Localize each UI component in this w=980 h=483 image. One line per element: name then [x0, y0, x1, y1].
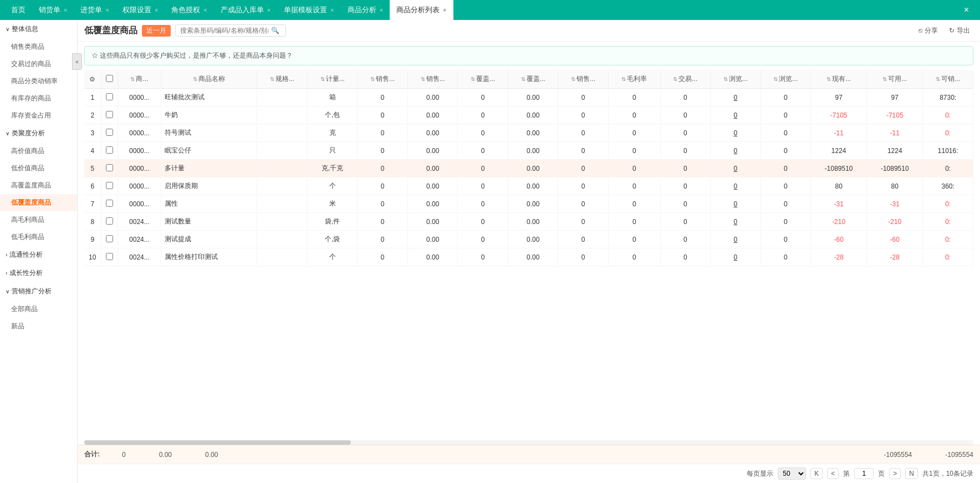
- row-checkbox-cell[interactable]: [101, 106, 118, 124]
- close-icon[interactable]: ×: [155, 7, 158, 13]
- sidebar-item-capital[interactable]: 库存资金占用: [0, 107, 77, 124]
- nav-sales-order[interactable]: 销货单 ×: [32, 0, 74, 20]
- nav-purchase-order[interactable]: 进货单 ×: [74, 0, 115, 20]
- nav-product-analysis-list[interactable]: 商品分析列表 ×: [390, 0, 453, 20]
- browse-link[interactable]: 0: [733, 129, 737, 137]
- sidebar-item-high-margin[interactable]: 高毛利商品: [0, 211, 77, 228]
- row-checkbox-cell[interactable]: [101, 248, 118, 266]
- col-sales-amt[interactable]: ⇅销售...: [407, 70, 458, 89]
- col-browse1[interactable]: ⇅浏览...: [711, 70, 761, 89]
- close-icon[interactable]: ×: [330, 7, 334, 13]
- row-checkbox[interactable]: [106, 217, 113, 225]
- col-browse2[interactable]: ⇅浏览...: [760, 70, 811, 89]
- col-saleable[interactable]: ⇅可销...: [923, 70, 973, 89]
- sidebar-section-liquidity[interactable]: › 流通性分析: [0, 246, 77, 264]
- sidebar-section-overview[interactable]: ∨ 整体信息: [0, 20, 77, 38]
- row-checkbox[interactable]: [106, 93, 113, 100]
- page-size-select[interactable]: 50 100 200: [778, 467, 806, 480]
- row-checkbox[interactable]: [106, 129, 113, 136]
- browse-link[interactable]: 0: [733, 147, 737, 155]
- first-page-button[interactable]: K: [810, 468, 823, 479]
- prev-page-button[interactable]: <: [827, 468, 839, 479]
- col-name[interactable]: ⇅商品名称: [161, 70, 257, 89]
- period-button[interactable]: 近一月: [142, 25, 171, 37]
- last-page-button[interactable]: N: [905, 468, 918, 479]
- col-coverage-qty[interactable]: ⇅覆盖...: [458, 70, 508, 89]
- close-icon[interactable]: ×: [443, 7, 446, 13]
- col-margin[interactable]: ⇅毛利率: [608, 70, 660, 89]
- row-checkbox-cell[interactable]: [101, 89, 118, 106]
- row-checkbox-cell[interactable]: [101, 231, 118, 248]
- close-icon[interactable]: ×: [267, 7, 270, 13]
- nav-product-warehouse[interactable]: 产成品入库单 ×: [214, 0, 277, 20]
- sidebar-item-stock-products[interactable]: 有库存的商品: [0, 90, 77, 107]
- row-checkbox-cell[interactable]: [101, 195, 118, 213]
- sidebar-item-high-coverage[interactable]: 高覆盖度商品: [0, 177, 77, 194]
- col-available[interactable]: ⇅可用...: [867, 70, 923, 89]
- col-unit[interactable]: ⇅计量...: [307, 70, 358, 89]
- nav-product-analysis[interactable]: 商品分析 ×: [341, 0, 390, 20]
- nav-permission[interactable]: 权限设置 ×: [116, 0, 165, 20]
- sidebar-item-low-coverage[interactable]: 低覆盖度商品: [0, 194, 77, 211]
- col-current[interactable]: ⇅现有...: [811, 70, 867, 89]
- col-code[interactable]: ⇅商...: [118, 70, 161, 89]
- row-checkbox[interactable]: [106, 111, 113, 118]
- col-checkbox[interactable]: [101, 70, 118, 89]
- row-checkbox[interactable]: [106, 200, 113, 207]
- close-icon[interactable]: ×: [203, 7, 207, 13]
- browse-link[interactable]: 0: [733, 218, 737, 226]
- sidebar-section-marketing[interactable]: ∨ 营销推广分析: [0, 282, 77, 301]
- col-spec[interactable]: ⇅规格...: [257, 70, 308, 89]
- row-coverage-qty: 0: [458, 160, 508, 177]
- sidebar-item-new-products[interactable]: 新品: [0, 318, 77, 335]
- page-number-input[interactable]: [854, 468, 874, 479]
- browse-link[interactable]: 0: [733, 111, 737, 119]
- row-checkbox-cell[interactable]: [101, 160, 118, 177]
- nav-home[interactable]: 首页: [4, 0, 32, 20]
- browse-link[interactable]: 0: [733, 165, 737, 172]
- sidebar-item-sales-products[interactable]: 销售类商品: [0, 38, 77, 55]
- col-sales-num[interactable]: ⇅销售...: [558, 70, 609, 89]
- row-checkbox[interactable]: [106, 235, 113, 242]
- browse-link[interactable]: 0: [733, 253, 737, 261]
- row-checkbox-cell[interactable]: [101, 177, 118, 195]
- row-checkbox[interactable]: [106, 182, 113, 189]
- sidebar-collapse-button[interactable]: «: [72, 53, 82, 70]
- row-checkbox-cell[interactable]: [101, 213, 118, 231]
- search-icon[interactable]: 🔍: [271, 27, 279, 34]
- row-checkbox[interactable]: [106, 253, 113, 260]
- row-checkbox[interactable]: [106, 146, 113, 154]
- sidebar-item-all-products[interactable]: 全部商品: [0, 301, 77, 318]
- search-input[interactable]: [180, 27, 269, 34]
- sidebar-item-low-margin[interactable]: 低毛利商品: [0, 228, 77, 246]
- window-close-button[interactable]: ×: [957, 5, 976, 15]
- sidebar-section-cluster[interactable]: ∨ 类聚度分析: [0, 124, 77, 143]
- browse-link[interactable]: 0: [733, 236, 737, 243]
- nav-role-auth[interactable]: 角色授权 ×: [165, 0, 213, 20]
- row-checkbox[interactable]: [106, 164, 113, 171]
- browse-link[interactable]: 0: [733, 94, 737, 101]
- col-sales-qty[interactable]: ⇅销售...: [358, 70, 408, 89]
- share-button[interactable]: ⎋ 分享: [915, 26, 941, 35]
- scrollbar-thumb[interactable]: [84, 440, 351, 445]
- close-icon[interactable]: ×: [105, 7, 109, 13]
- sidebar-item-low-value[interactable]: 低价值商品: [0, 160, 77, 177]
- browse-link[interactable]: 0: [733, 182, 737, 190]
- select-all-checkbox[interactable]: [106, 75, 113, 82]
- sidebar-section-growth[interactable]: › 成长性分析: [0, 264, 77, 282]
- row-checkbox-cell[interactable]: [101, 124, 118, 142]
- sidebar-item-category-rate[interactable]: 商品分类动销率: [0, 73, 77, 90]
- sidebar-item-high-value[interactable]: 高价值商品: [0, 143, 77, 160]
- export-button[interactable]: ↻ 导出: [946, 26, 973, 35]
- col-trade[interactable]: ⇅交易...: [660, 70, 711, 89]
- row-checkbox-cell[interactable]: [101, 142, 118, 160]
- horizontal-scrollbar[interactable]: [84, 440, 973, 445]
- close-icon[interactable]: ×: [380, 7, 383, 13]
- col-settings[interactable]: ⚙: [84, 70, 101, 89]
- col-coverage-rate[interactable]: ⇅覆盖...: [508, 70, 558, 89]
- browse-link[interactable]: 0: [733, 200, 737, 208]
- sidebar-item-traded-products[interactable]: 交易过的商品: [0, 55, 77, 73]
- next-page-button[interactable]: >: [889, 468, 901, 479]
- nav-template-setting[interactable]: 单据模板设置 ×: [277, 0, 340, 20]
- close-icon[interactable]: ×: [64, 7, 67, 13]
